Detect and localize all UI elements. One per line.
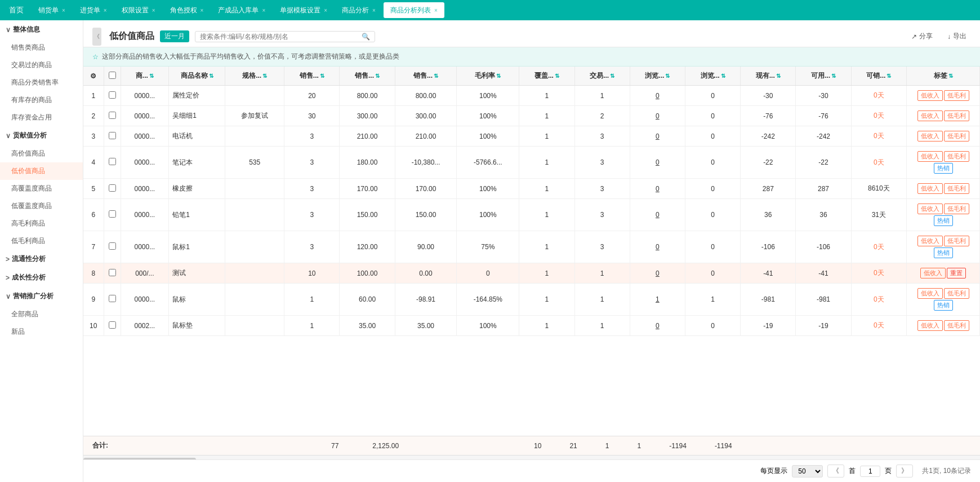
tag[interactable]: 低毛利 <box>944 288 969 299</box>
tag[interactable]: 低收入 <box>917 288 943 299</box>
tag[interactable]: 低收入 <box>917 183 943 194</box>
browse-link[interactable]: 0 <box>656 243 660 251</box>
search-icon[interactable]: 🔍 <box>362 33 370 41</box>
tag[interactable]: 低收入 <box>917 110 943 121</box>
cell-browse1[interactable]: 0 <box>630 147 685 179</box>
row-checkbox[interactable] <box>109 91 116 99</box>
col-spec[interactable]: 规格...⇅ <box>225 67 284 86</box>
row-checkbox[interactable] <box>109 269 116 276</box>
col-trade[interactable]: 交易...⇅ <box>574 67 630 86</box>
col-code[interactable]: 商...⇅ <box>121 67 169 86</box>
per-page-select[interactable]: 50 100 200 <box>792 465 823 477</box>
sidebar-item-high-value[interactable]: 高价值商品 <box>0 145 83 162</box>
sidebar-group-flow[interactable]: > 流通性分析 <box>0 250 83 268</box>
col-saleable[interactable]: 可销...⇅ <box>851 67 906 86</box>
cell-checkbox[interactable] <box>104 263 121 284</box>
sidebar-group-contribution[interactable]: ∨ 贡献值分析 <box>0 126 83 145</box>
tag[interactable]: 低毛利 <box>944 320 969 331</box>
share-button[interactable]: ↗ 分享 <box>907 29 937 43</box>
nav-item-inventory[interactable]: 产成品入库单 × <box>211 2 272 18</box>
col-settings[interactable]: ⚙ <box>83 67 104 86</box>
cell-browse1[interactable]: 0 <box>630 106 685 126</box>
close-icon[interactable]: × <box>324 7 327 14</box>
cell-browse1[interactable]: 0 <box>630 231 685 263</box>
row-checkbox[interactable] <box>109 242 116 250</box>
cell-checkbox[interactable] <box>104 179 121 199</box>
nav-item-sales[interactable]: 销货单 × <box>32 2 72 18</box>
nav-item-analysis-list[interactable]: 商品分析列表 × <box>384 2 444 18</box>
browse-link[interactable]: 0 <box>656 322 660 330</box>
row-checkbox[interactable] <box>109 210 116 218</box>
close-icon[interactable]: × <box>262 7 265 14</box>
select-all-checkbox[interactable] <box>109 72 116 79</box>
sidebar-item-sales-goods[interactable]: 销售类商品 <box>0 39 83 56</box>
row-checkbox[interactable] <box>109 112 116 119</box>
col-stock[interactable]: 现有...⇅ <box>741 67 796 86</box>
page-number-input[interactable] <box>860 466 880 477</box>
close-icon[interactable]: × <box>434 7 438 14</box>
browse-link[interactable]: 0 <box>656 185 660 193</box>
browse-link[interactable]: 1 <box>656 295 660 303</box>
nav-item-role[interactable]: 角色授权 × <box>163 2 211 18</box>
browse-link[interactable]: 0 <box>656 211 660 219</box>
sidebar-group-overview[interactable]: ∨ 整体信息 <box>0 20 83 39</box>
col-coverage[interactable]: 覆盖...⇅ <box>519 67 574 86</box>
cell-checkbox[interactable] <box>104 316 121 336</box>
sidebar-item-all-goods[interactable]: 全部商品 <box>0 306 83 323</box>
tag[interactable]: 低毛利 <box>944 236 969 246</box>
col-sales-price[interactable]: 销售...⇅ <box>340 67 395 86</box>
cell-browse1[interactable]: 0 <box>630 199 685 231</box>
sidebar-group-growth[interactable]: > 成长性分析 <box>0 268 83 287</box>
tag[interactable]: 低毛利 <box>944 151 969 162</box>
sidebar-group-marketing[interactable]: ∨ 营销推广分析 <box>0 287 83 306</box>
sidebar-item-stock-goods[interactable]: 有库存的商品 <box>0 91 83 109</box>
col-name[interactable]: 商品名称⇅ <box>169 67 225 86</box>
tag[interactable]: 热销 <box>934 300 953 311</box>
next-page-button[interactable]: 》 <box>896 465 913 477</box>
sidebar-item-high-margin[interactable]: 高毛利商品 <box>0 215 83 232</box>
sidebar-item-high-coverage[interactable]: 高覆盖度商品 <box>0 180 83 197</box>
tag[interactable]: 低毛利 <box>944 90 969 101</box>
cell-browse1[interactable]: 0 <box>630 179 685 199</box>
row-checkbox[interactable] <box>109 158 116 165</box>
close-icon[interactable]: × <box>201 7 204 14</box>
col-available[interactable]: 可用...⇅ <box>796 67 851 86</box>
cell-checkbox[interactable] <box>104 126 121 147</box>
col-checkbox[interactable] <box>104 67 121 86</box>
close-icon[interactable]: × <box>152 7 155 14</box>
cell-browse1[interactable]: 0 <box>630 316 685 336</box>
tag[interactable]: 低收入 <box>917 320 943 331</box>
sidebar-item-traded-goods[interactable]: 交易过的商品 <box>0 56 83 74</box>
row-checkbox[interactable] <box>109 295 116 302</box>
tag[interactable]: 热销 <box>934 247 953 258</box>
col-browse1[interactable]: 浏览...⇅ <box>630 67 685 86</box>
cell-checkbox[interactable] <box>104 147 121 179</box>
sidebar-item-low-coverage[interactable]: 低覆盖度商品 <box>0 197 83 215</box>
browse-link[interactable]: 0 <box>656 112 660 120</box>
cell-checkbox[interactable] <box>104 199 121 231</box>
close-icon[interactable]: × <box>372 7 376 14</box>
collapse-sidebar-button[interactable]: 《 <box>92 28 101 46</box>
sidebar-item-category-rate[interactable]: 商品分类销售率 <box>0 74 83 91</box>
nav-item-template[interactable]: 单据模板设置 × <box>273 2 334 18</box>
nav-item-permission[interactable]: 权限设置 × <box>115 2 162 18</box>
browse-link[interactable]: 0 <box>656 92 660 100</box>
col-browse2[interactable]: 浏览...⇅ <box>685 67 740 86</box>
tag[interactable]: 低收入 <box>917 90 943 101</box>
row-checkbox[interactable] <box>109 184 116 192</box>
tag[interactable]: 热销 <box>934 215 953 226</box>
browse-link[interactable]: 0 <box>656 269 660 277</box>
browse-link[interactable]: 0 <box>656 132 660 140</box>
cell-browse1[interactable]: 0 <box>630 263 685 284</box>
cell-browse1[interactable]: 1 <box>630 284 685 316</box>
sidebar-item-new-goods[interactable]: 新品 <box>0 323 83 341</box>
close-icon[interactable]: × <box>62 7 65 14</box>
sidebar-item-low-value[interactable]: 低价值商品 <box>0 162 83 180</box>
cell-browse1[interactable]: 0 <box>630 126 685 147</box>
col-gross-rate[interactable]: 毛利率⇅ <box>457 67 519 86</box>
sidebar-item-capital[interactable]: 库存资金占用 <box>0 109 83 126</box>
tag[interactable]: 低收入 <box>917 151 943 162</box>
col-tags[interactable]: 标签⇅ <box>907 67 980 86</box>
horizontal-scrollbar[interactable] <box>83 455 980 459</box>
tag[interactable]: 热销 <box>934 163 953 174</box>
